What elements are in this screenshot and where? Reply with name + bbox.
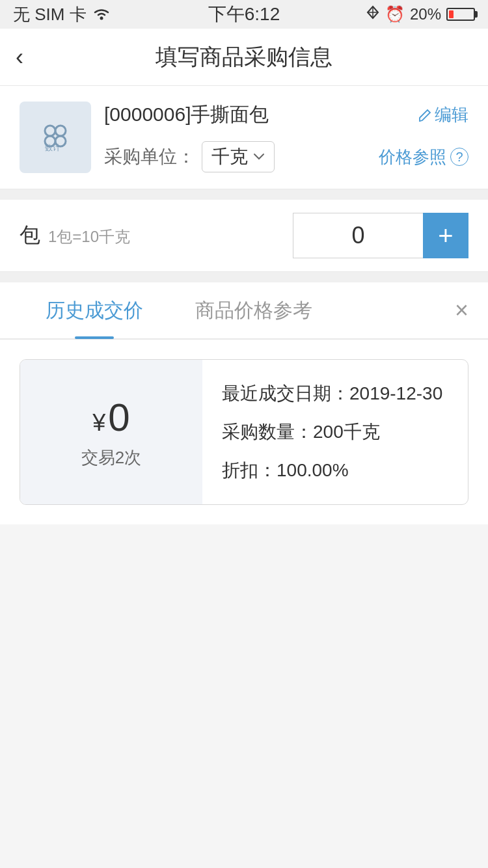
help-icon: ?: [450, 148, 468, 166]
alarm-icon: ⏰: [385, 5, 405, 23]
page-title: 填写商品采购信息: [156, 42, 332, 72]
wifi-icon: [92, 5, 111, 25]
price-detail-quantity: 采购数量：200千克: [222, 418, 448, 447]
location-icon: [366, 5, 380, 23]
svg-text:数计: 数计: [45, 143, 61, 152]
product-name: [0000006]手撕面包: [104, 102, 269, 128]
content-area: ¥0 交易2次 最近成交日期：2019-12-30 采购数量：200千克 折扣：…: [0, 340, 488, 524]
edit-button[interactable]: 编辑: [418, 103, 468, 126]
price-display: ¥0: [92, 395, 129, 440]
quantity-row: 包 1包=10千克 +: [0, 200, 488, 272]
status-bar: 无 SIM 卡 下午6:12 ⏰ 20%: [0, 0, 488, 29]
product-unit-row: 采购单位： 千克 价格参照 ?: [104, 141, 468, 172]
status-time: 下午6:12: [208, 2, 280, 27]
svg-point-3: [45, 126, 55, 136]
tab-bar: 历史成交价 商品价格参考 ×: [0, 282, 488, 340]
tab-close-button[interactable]: ×: [455, 297, 468, 324]
quantity-plus-button[interactable]: +: [423, 213, 468, 258]
price-detail-discount: 折扣：100.00%: [222, 456, 448, 485]
price-transactions: 交易2次: [81, 446, 141, 469]
quantity-left: 包 1包=10千克: [20, 221, 130, 250]
price-card: ¥0 交易2次 最近成交日期：2019-12-30 采购数量：200千克 折扣：…: [20, 359, 468, 505]
price-ref-button[interactable]: 价格参照 ?: [379, 146, 468, 169]
qty-unit-label: 包: [20, 221, 40, 250]
quantity-input-group: +: [293, 213, 468, 258]
tab-product-price-ref[interactable]: 商品价格参考: [169, 282, 338, 339]
unit-select[interactable]: 千克: [202, 141, 275, 172]
price-detail-date: 最近成交日期：2019-12-30: [222, 379, 448, 409]
product-card: 数计 [0000006]手撕面包 编辑 采购单位： 千克: [0, 86, 488, 189]
divider-2: [0, 272, 488, 282]
divider-1: [0, 189, 488, 200]
battery-text: 20%: [410, 5, 441, 23]
price-right-panel: 最近成交日期：2019-12-30 采购数量：200千克 折扣：100.00%: [202, 360, 468, 504]
carrier-text: 无 SIM 卡: [13, 3, 87, 26]
product-thumbnail: 数计: [20, 102, 91, 173]
quantity-input[interactable]: [293, 213, 423, 258]
tab-items: 历史成交价 商品价格参考: [20, 282, 338, 339]
battery-icon: [446, 8, 475, 21]
product-info: [0000006]手撕面包 编辑 采购单位： 千克: [104, 102, 468, 172]
qty-conversion: 1包=10千克: [48, 226, 130, 247]
svg-point-0: [100, 16, 103, 20]
product-header: [0000006]手撕面包 编辑: [104, 102, 468, 128]
status-left: 无 SIM 卡: [13, 3, 111, 26]
price-left-panel: ¥0 交易2次: [20, 360, 202, 504]
svg-point-4: [55, 126, 66, 136]
back-button[interactable]: ‹: [16, 44, 23, 71]
unit-label: 采购单位：: [104, 144, 195, 169]
tab-history-price[interactable]: 历史成交价: [20, 282, 169, 339]
status-right: ⏰ 20%: [366, 5, 475, 23]
nav-bar: ‹ 填写商品采购信息: [0, 29, 488, 86]
main-content: 数计 [0000006]手撕面包 编辑 采购单位： 千克: [0, 86, 488, 868]
